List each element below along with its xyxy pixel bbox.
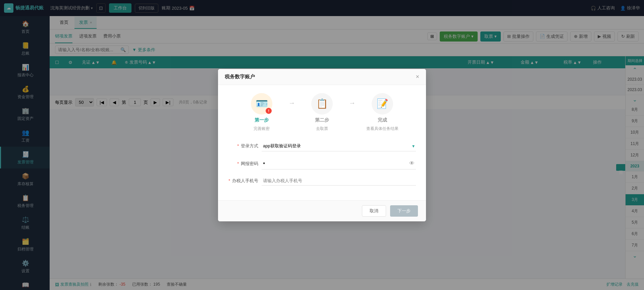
step-arrow-1: →	[288, 93, 295, 107]
step-1-desc: 完善账密	[254, 126, 270, 132]
step-3: 📝 完成 查看具体任务结果	[356, 93, 409, 132]
step-3-label: 完成	[378, 117, 387, 123]
modal-title: 税务数字账户	[225, 74, 255, 80]
login-method-label: * 登录方式	[228, 143, 258, 149]
step-3-icon-wrap: 📝	[372, 93, 393, 115]
chevron-down-icon: ▾	[412, 143, 415, 149]
required-mark: *	[228, 178, 230, 183]
modal-form: * 登录方式 app获取验证码登录 ▾ * 网报密码	[228, 141, 416, 186]
password-row: * 网报密码 👁	[228, 158, 416, 169]
cancel-button[interactable]: 取消	[362, 205, 386, 217]
step-2-icon-wrap: 📋	[311, 93, 333, 115]
modal-body: 🪪 ! 第一步 完善账密 → 📋 第二步 去取票 →	[218, 85, 426, 200]
modal-overlay[interactable]: 税务数字账户 × 🪪 ! 第一步 完善账密 →	[0, 0, 644, 290]
step-2-desc: 去取票	[316, 126, 328, 132]
step-1-badge: !	[266, 108, 272, 114]
step-1-label: 第一步	[255, 117, 269, 123]
id-card-icon: 🪪	[256, 98, 268, 110]
required-mark: *	[237, 143, 239, 148]
phone-label: * 办税人手机号	[228, 178, 258, 184]
password-toggle-icon[interactable]: 👁	[409, 160, 415, 166]
login-method-select[interactable]: app获取验证码登录 ▾	[262, 141, 416, 151]
step-3-desc: 查看具体任务结果	[366, 126, 398, 132]
password-label: * 网报密码	[228, 161, 258, 167]
modal-close-button[interactable]: ×	[416, 74, 419, 80]
step-2: 📋 第二步 去取票	[295, 93, 349, 132]
step-2-label: 第二步	[315, 117, 329, 123]
password-field-wrap: 👁	[262, 158, 416, 169]
step-1-icon-wrap: 🪪 !	[251, 93, 272, 115]
step-arrow-2: →	[349, 93, 356, 107]
required-mark: *	[237, 161, 239, 166]
document-icon: 📋	[316, 98, 328, 109]
steps-indicator: 🪪 ! 第一步 完善账密 → 📋 第二步 去取票 →	[228, 93, 416, 132]
step-1: 🪪 ! 第一步 完善账密	[235, 93, 288, 132]
clipboard-icon: 📝	[377, 98, 388, 109]
password-input[interactable]	[263, 160, 409, 167]
next-button[interactable]: 下一步	[390, 205, 418, 217]
modal-header: 税务数字账户 ×	[218, 69, 426, 85]
modal-footer: 取消 下一步	[218, 200, 426, 221]
phone-row: * 办税人手机号	[228, 176, 416, 186]
tax-account-modal: 税务数字账户 × 🪪 ! 第一步 完善账密 →	[218, 69, 426, 221]
login-method-row: * 登录方式 app获取验证码登录 ▾	[228, 141, 416, 151]
login-method-value: app获取验证码登录	[263, 143, 301, 149]
phone-input[interactable]	[262, 176, 416, 186]
